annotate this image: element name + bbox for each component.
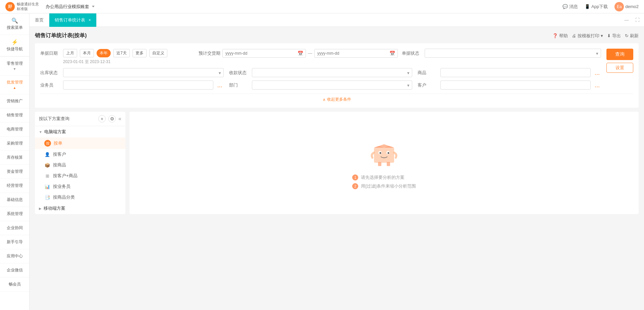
tab-home[interactable]: 首页 <box>30 13 49 27</box>
sidebar-item-member[interactable]: 畅会员 <box>0 277 29 292</box>
search-icon: 🔍 <box>1 17 28 24</box>
tab-bar: 首页 销售订单统计表 × — ⛶ <box>30 13 644 27</box>
message-button[interactable]: 💬 消息 <box>562 4 578 10</box>
print-chevron-icon: ▾ <box>601 33 603 38</box>
scheme-group-mobile: ▶ 移动端方案 <box>35 203 125 214</box>
print-icon: 🖨 <box>572 33 576 38</box>
sidebar-item-marketing[interactable]: 营销推广 <box>0 94 29 108</box>
sidebar-item-sales[interactable]: 销售管理 <box>0 108 29 122</box>
calendar-start-icon: 📅 <box>298 51 303 56</box>
scheme-item-by-goods-category[interactable]: 📑 按商品分类 <box>35 192 125 203</box>
sidebar-item-wechat[interactable]: 企业微信 <box>0 263 29 277</box>
top-bar-right: 💬 消息 📱 App下载 Ea demo2 <box>562 2 639 11</box>
export-button[interactable]: ⬇ 导出 <box>607 33 621 39</box>
settings-button[interactable]: 设置 <box>606 63 633 73</box>
goods-label: 商品 <box>418 70 438 76</box>
salesperson-dots-button[interactable]: ... <box>216 82 224 88</box>
box-icon: 📦 <box>44 162 50 168</box>
sidebar-item-wholesale[interactable]: 批发管理 ▲ <box>0 75 29 94</box>
goods-input[interactable] <box>440 68 591 77</box>
collapse-filter-button[interactable]: ∧ 收起更多条件 <box>40 97 633 102</box>
user-icon: 👤 <box>44 151 50 157</box>
maximize-icon[interactable]: ⛶ <box>633 16 641 24</box>
department-select[interactable] <box>252 81 413 90</box>
sidebar-item-system[interactable]: 系统管理 <box>0 207 29 221</box>
sidebar-item-retail[interactable]: 零售管理 ▼ <box>0 57 29 75</box>
sidebar-item-search-menu[interactable]: 🔍 搜索菜单 <box>0 13 29 35</box>
empty-state: 1 请先选择要分析的方案 2 用[过滤]条件来缩小分析范围 <box>129 112 639 214</box>
date-btn-7days[interactable]: 近7天 <box>113 49 130 57</box>
calendar-end-icon: 📅 <box>389 51 395 56</box>
top-bar: 好 畅捷通好生意 标准版 办公用品行业模拟账套 💬 消息 📱 App下载 Ea … <box>0 0 644 13</box>
grid-icon: ⊞ <box>44 173 50 179</box>
scheme-group-mobile-title[interactable]: ▶ 移动端方案 <box>35 203 125 214</box>
list-icon: 📑 <box>44 194 50 200</box>
chevron-down-icon <box>92 6 95 7</box>
scheme-group-pc-title[interactable]: ▼ 电脑端方案 <box>35 126 125 138</box>
scheme-group-mobile-label: 移动端方案 <box>44 205 65 211</box>
expected-date-label: 预计交货期 <box>199 50 220 56</box>
sidebar-item-appstore[interactable]: 应用中心 <box>0 249 29 263</box>
expected-date-end-input[interactable] <box>314 49 398 58</box>
sidebar-item-inventory[interactable]: 库存核算 <box>0 151 29 165</box>
date-btn-this-month[interactable]: 本月 <box>80 49 94 57</box>
sidebar-item-enterprise[interactable]: 企业协同 <box>0 221 29 235</box>
delivery-select[interactable] <box>63 68 224 77</box>
customer-dots-button[interactable]: ... <box>593 82 601 88</box>
date-btn-more[interactable]: 更多 <box>132 49 147 57</box>
sidebar-item-quick-nav[interactable]: ⚡ 快捷导航 <box>0 35 29 56</box>
date-btn-this-year[interactable]: 本年 <box>97 49 111 57</box>
help-button[interactable]: ❓ 帮助 <box>552 33 568 39</box>
scheme-item-by-customer-goods[interactable]: ⊞ 按客户+商品 <box>35 170 125 181</box>
help-icon: ❓ <box>552 33 558 38</box>
customer-input[interactable] <box>440 81 591 90</box>
scheme-group-pc: ▼ 电脑端方案 按 按单 👤 按客户 📦 按 <box>35 126 125 203</box>
sidebar-item-operation[interactable]: 经营管理 <box>0 179 29 193</box>
scheme-item-by-customer[interactable]: 👤 按客户 <box>35 149 125 160</box>
empty-steps-list: 1 请先选择要分析的方案 2 用[过滤]条件来缩小分析范围 <box>352 174 416 192</box>
date-range-text: 2023-01-01 至 2023-12-31 <box>63 59 110 64</box>
user-menu[interactable]: Ea demo2 <box>614 2 639 11</box>
step-num-1: 1 <box>352 174 358 180</box>
payment-select[interactable] <box>252 68 413 77</box>
sidebar-item-purchase[interactable]: 采购管理 <box>0 137 29 151</box>
sidebar-item-newbie[interactable]: 新手引导 <box>0 235 29 249</box>
main-content-row: 按以下方案查询 + ⚙ « ▼ 电脑端方案 按 按单 <box>35 112 639 214</box>
salesperson-input[interactable] <box>63 81 213 90</box>
right-actions: 查询 设置 <box>606 49 633 73</box>
scheme-add-button[interactable]: + <box>98 115 106 122</box>
salesperson-label: 业务员 <box>40 82 60 88</box>
status-select[interactable] <box>425 49 601 58</box>
scheme-item-by-order[interactable]: 按 按单 <box>35 138 125 149</box>
tab-sales-order-stats[interactable]: 销售订单统计表 × <box>49 13 97 27</box>
scheme-collapse-button[interactable]: « <box>118 116 121 122</box>
status-label: 单据状态 <box>402 50 422 56</box>
date-separator: — <box>308 51 312 56</box>
svg-rect-0 <box>374 148 394 163</box>
download-icon: 📱 <box>585 4 590 9</box>
goods-dots-button[interactable]: ... <box>593 70 601 76</box>
scheme-settings-button[interactable]: ⚙ <box>108 115 116 122</box>
scheme-item-by-goods[interactable]: 📦 按商品 <box>35 160 125 170</box>
svg-rect-6 <box>387 162 390 166</box>
app-selector[interactable]: 办公用品行业模拟账套 <box>46 4 95 10</box>
expected-date-start-input[interactable] <box>222 49 306 58</box>
date-btn-custom[interactable]: 自定义 <box>149 49 167 57</box>
print-button[interactable]: 🖨 按模板打印 ▾ <box>572 33 603 39</box>
refresh-button[interactable]: ↻ 刷新 <box>625 33 639 39</box>
content-right: 1 请先选择要分析的方案 2 用[过滤]条件来缩小分析范围 <box>129 112 639 214</box>
tab-bar-right: — ⛶ <box>623 16 644 24</box>
scheme-item-by-salesperson[interactable]: 📊 按业务员 <box>35 181 125 192</box>
minimize-icon[interactable]: — <box>623 16 631 24</box>
tab-close-icon[interactable]: × <box>89 18 91 22</box>
sidebar-item-finance[interactable]: 资金管理 <box>0 165 29 179</box>
bar-chart-icon: 📊 <box>44 184 50 190</box>
query-button[interactable]: 查询 <box>606 49 633 60</box>
sidebar-item-ecommerce[interactable]: 电商管理 <box>0 122 29 137</box>
empty-illustration <box>367 134 401 168</box>
step-num-2: 2 <box>352 183 358 189</box>
app-download-button[interactable]: 📱 App下载 <box>585 4 608 10</box>
scheme-item-by-order-icon: 按 <box>44 140 51 147</box>
date-btn-last-month[interactable]: 上月 <box>63 49 77 57</box>
sidebar-item-basic[interactable]: 基础信息 <box>0 193 29 207</box>
